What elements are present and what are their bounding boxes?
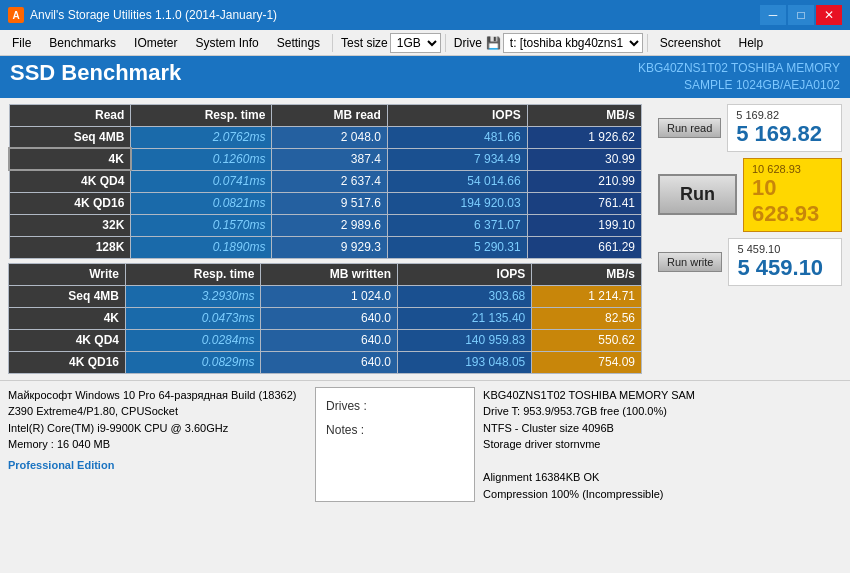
row-4kqd16-write-mbs: 754.09	[532, 351, 642, 373]
table-row: 4K 0.1260ms 387.4 7 934.49 30.99	[9, 148, 642, 170]
read-table: Read Resp. time MB read IOPS MB/s Seq 4M…	[8, 104, 642, 259]
row-4kqd16-read-mb: 9 517.6	[272, 192, 387, 214]
row-4kqd16-read-mbs: 761.41	[527, 192, 641, 214]
row-32k-read-resp: 0.1570ms	[131, 214, 272, 236]
read-col-resptime: Resp. time	[131, 104, 272, 126]
row-4kqd4-read-mb: 2 637.4	[272, 170, 387, 192]
title-bar: A Anvil's Storage Utilities 1.1.0 (2014-…	[0, 0, 850, 30]
row-4k-write-mb: 640.0	[261, 307, 398, 329]
drive-icon: 💾	[486, 36, 501, 50]
row-4k-write-iops: 21 135.40	[398, 307, 532, 329]
table-row: 128K 0.1890ms 9 929.3 5 290.31 661.29	[9, 236, 642, 258]
run-read-row: Run read 5 169.82 5 169.82	[658, 104, 842, 152]
row-seq4mb-write-mb: 1 024.0	[261, 285, 398, 307]
run-write-button[interactable]: Run write	[658, 252, 722, 272]
menu-file[interactable]: File	[4, 33, 39, 53]
menu-bar: File Benchmarks IOmeter System Info Sett…	[0, 30, 850, 56]
footer-deviceinfo: KBG40ZNS1T02 TOSHIBA MEMORY SAM Drive T:…	[483, 387, 842, 503]
read-header-row: Read Resp. time MB read IOPS MB/s	[9, 104, 642, 126]
drives-label: Drives :	[326, 394, 464, 418]
table-row: 4K QD4 0.0284ms 640.0 140 959.83 550.62	[9, 329, 642, 351]
device-info-line7: Compression 100% (Incompressible)	[483, 486, 842, 503]
row-4k-read-label: 4K	[9, 148, 131, 170]
sysinfo-line3: Intel(R) Core(TM) i9-9900K CPU @ 3.60GHz	[8, 420, 307, 437]
row-4kqd4-read-iops: 54 014.66	[387, 170, 527, 192]
device-info-line3: NTFS - Cluster size 4096B	[483, 420, 842, 437]
table-row: 4K 0.0473ms 640.0 21 135.40 82.56	[9, 307, 642, 329]
run-button[interactable]: Run	[658, 174, 737, 215]
row-32k-read-label: 32K	[9, 214, 131, 236]
row-4kqd16-read-resp: 0.0821ms	[131, 192, 272, 214]
row-4kqd4-write-mbs: 550.62	[532, 329, 642, 351]
row-32k-read-mb: 2 989.6	[272, 214, 387, 236]
table-row: 4K QD4 0.0741ms 2 637.4 54 014.66 210.99	[9, 170, 642, 192]
separator2	[445, 34, 446, 52]
row-128k-read-label: 128K	[9, 236, 131, 258]
window-controls: ─ □ ✕	[760, 5, 842, 25]
row-4kqd16-read-label: 4K QD16	[9, 192, 131, 214]
write-score-sublabel: 5 459.10	[737, 243, 833, 255]
write-header-row: Write Resp. time MB written IOPS MB/s	[9, 263, 642, 285]
device-info-line4: Storage driver stornvme	[483, 436, 842, 453]
read-col-mb: MB read	[272, 104, 387, 126]
row-32k-read-mbs: 199.10	[527, 214, 641, 236]
row-4kqd16-write-iops: 193 048.05	[398, 351, 532, 373]
testsize-select[interactable]: 1GB	[390, 33, 441, 53]
table-row: 4K QD16 0.0821ms 9 517.6 194 920.03 761.…	[9, 192, 642, 214]
row-128k-read-mbs: 661.29	[527, 236, 641, 258]
menu-help[interactable]: Help	[731, 33, 772, 53]
row-4k-write-label: 4K	[9, 307, 126, 329]
separator3	[647, 34, 648, 52]
read-score-sublabel: 5 169.82	[736, 109, 833, 121]
row-4kqd16-write-resp: 0.0829ms	[126, 351, 261, 373]
row-seq4mb-write-mbs: 1 214.71	[532, 285, 642, 307]
sysinfo-line4: Memory : 16 040 MB	[8, 436, 307, 453]
menu-benchmarks[interactable]: Benchmarks	[41, 33, 124, 53]
device-info-line6: Alignment 16384KB OK	[483, 469, 842, 486]
maximize-button[interactable]: □	[788, 5, 814, 25]
row-4kqd4-read-mbs: 210.99	[527, 170, 641, 192]
run-write-row: Run write 5 459.10 5 459.10	[658, 238, 842, 286]
window-title: Anvil's Storage Utilities 1.1.0 (2014-Ja…	[30, 8, 760, 22]
menu-iometer[interactable]: IOmeter	[126, 33, 185, 53]
row-4k-read-mbs: 30.99	[527, 148, 641, 170]
row-4k-write-mbs: 82.56	[532, 307, 642, 329]
drive-box: 💾 t: [toshiba kbg40zns1	[484, 33, 643, 53]
row-4k-read-iops: 7 934.49	[387, 148, 527, 170]
benchmark-area: Read Resp. time MB read IOPS MB/s Seq 4M…	[0, 98, 650, 380]
device-line2: SAMPLE 1024GB/AEJA0102	[638, 77, 840, 94]
read-col-mbs: MB/s	[527, 104, 641, 126]
row-seq4mb-write-label: Seq 4MB	[9, 285, 126, 307]
close-button[interactable]: ✕	[816, 5, 842, 25]
total-score-value: 10 628.93	[752, 175, 833, 227]
notes-label: Notes :	[326, 418, 464, 442]
write-col-mb: MB written	[261, 263, 398, 285]
main-content: Read Resp. time MB read IOPS MB/s Seq 4M…	[0, 98, 850, 380]
device-info-line5	[483, 453, 842, 470]
run-read-button[interactable]: Run read	[658, 118, 721, 138]
pro-edition-label: Professional Edition	[8, 457, 307, 474]
write-table: Write Resp. time MB written IOPS MB/s Se…	[8, 263, 642, 374]
menu-sysinfo[interactable]: System Info	[187, 33, 266, 53]
read-score-value: 5 169.82	[736, 121, 833, 147]
row-128k-read-iops: 5 290.31	[387, 236, 527, 258]
row-4k-read-mb: 387.4	[272, 148, 387, 170]
menu-screenshot[interactable]: Screenshot	[652, 33, 729, 53]
row-seq4mb-read-resp: 2.0762ms	[131, 126, 272, 148]
row-4k-write-resp: 0.0473ms	[126, 307, 261, 329]
row-seq4mb-read-mb: 2 048.0	[272, 126, 387, 148]
row-32k-read-iops: 6 371.07	[387, 214, 527, 236]
menu-settings[interactable]: Settings	[269, 33, 328, 53]
write-col-iops: IOPS	[398, 263, 532, 285]
write-col-resptime: Resp. time	[126, 263, 261, 285]
row-4kqd16-write-label: 4K QD16	[9, 351, 126, 373]
row-4kqd16-read-iops: 194 920.03	[387, 192, 527, 214]
header-device: KBG40ZNS1T02 TOSHIBA MEMORY SAMPLE 1024G…	[638, 60, 840, 94]
total-score-box: 10 628.93 10 628.93	[743, 158, 842, 232]
header-title: SSD Benchmark	[10, 60, 181, 86]
row-seq4mb-write-resp: 3.2930ms	[126, 285, 261, 307]
minimize-button[interactable]: ─	[760, 5, 786, 25]
write-score-value: 5 459.10	[737, 255, 833, 281]
sysinfo-line1: Майкрософт Windows 10 Pro 64-разрядная B…	[8, 387, 307, 404]
drive-select[interactable]: t: [toshiba kbg40zns1	[503, 33, 643, 53]
